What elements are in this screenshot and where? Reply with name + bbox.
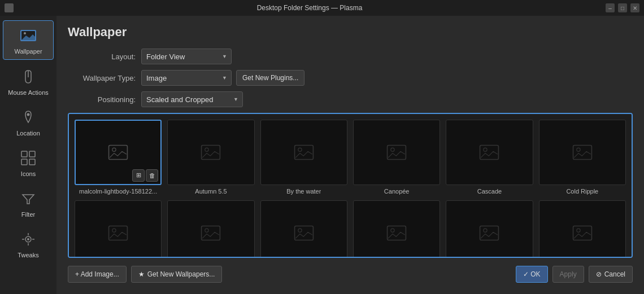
thumb-copy-btn[interactable]: ⊞ (132, 169, 145, 182)
thumb-actions: ⊞ 🗑 (132, 169, 158, 182)
sidebar-item-filter[interactable]: Filter (3, 184, 54, 222)
positioning-select[interactable]: Scaled and Cropped Scaled Centered Tiled… (141, 91, 243, 107)
wallpaper-thumb (446, 200, 533, 258)
wallpaper-thumb (167, 120, 254, 185)
wallpaper-item[interactable]: Cold Ripple (539, 120, 626, 195)
svg-point-2 (24, 32, 26, 34)
svg-rect-9 (29, 159, 35, 165)
wallpaper-item[interactable]: Cascade (446, 120, 533, 195)
svg-point-31 (205, 229, 208, 232)
svg-point-23 (391, 148, 394, 151)
sidebar-item-location[interactable]: Location (3, 103, 54, 141)
wallpaper-item[interactable]: By the water (260, 120, 347, 195)
wallpaper-type-label: Wallpaper Type: (68, 74, 136, 82)
add-image-button[interactable]: + Add Image... (68, 266, 127, 283)
svg-point-21 (298, 148, 302, 151)
bottom-bar: + Add Image... ★ Get New Wallpapers... ✓… (68, 262, 633, 285)
wallpaper-item[interactable]: Grey (539, 200, 626, 258)
get-new-wallpapers-button[interactable]: ★ Get New Wallpapers... (131, 266, 223, 283)
wallpaper-name: Cold Ripple (566, 188, 598, 195)
wallpaper-item[interactable]: ⊞ 🗑 malcolm-lightbody-158122... (75, 120, 162, 195)
svg-rect-18 (202, 145, 220, 159)
svg-rect-30 (202, 226, 220, 240)
location-icon (18, 107, 38, 128)
titlebar-max-btn[interactable]: □ (618, 3, 627, 12)
wallpaper-thumb (260, 120, 347, 185)
wallpaper-type-select[interactable]: Image Color Slideshow (141, 70, 232, 86)
sidebar-item-icons-label: Icons (21, 170, 36, 177)
tweaks-icon (18, 229, 38, 249)
svg-rect-26 (573, 145, 591, 159)
svg-rect-16 (109, 145, 128, 159)
wallpaper-thumb: ⊞ 🗑 (75, 120, 162, 185)
cancel-icon: ⊘ (596, 270, 602, 278)
mouse-icon (18, 67, 38, 87)
thumb-icon-wrapper (108, 144, 128, 161)
wallpaper-icon (18, 25, 38, 46)
wallpaper-thumb (446, 120, 533, 185)
wallpaper-thumb (260, 200, 347, 258)
layout-row: Layout: Folder View Desktop Panel (68, 49, 633, 64)
titlebar: Desktop Folder Settings — Plasma – □ ✕ (0, 0, 644, 16)
get-plugins-button[interactable]: Get New Plugins... (236, 70, 304, 86)
svg-point-25 (484, 148, 487, 151)
titlebar-controls: – □ ✕ (606, 3, 639, 12)
svg-rect-8 (21, 159, 27, 165)
wallpaper-item[interactable]: Canopée (353, 120, 440, 195)
layout-select[interactable]: Folder View Desktop Panel (141, 49, 232, 64)
cancel-button[interactable]: ⊘ Cancel (589, 266, 633, 283)
wallpaper-grid-container[interactable]: ⊞ 🗑 malcolm-lightbody-158122... Autumn 5… (68, 113, 633, 258)
wallpaper-name: By the water (286, 188, 321, 195)
titlebar-close-btn[interactable]: ✕ (630, 3, 639, 12)
filter-icon (18, 188, 38, 209)
titlebar-app-icon (5, 3, 14, 12)
positioning-label: Positioning: (68, 95, 136, 104)
wallpaper-type-select-wrapper: Image Color Slideshow (141, 70, 232, 86)
wallpaper-thumb (353, 200, 440, 258)
sidebar-item-icons[interactable]: Icons (3, 143, 54, 182)
svg-rect-22 (388, 145, 406, 159)
wallpaper-item[interactable]: Evening Glow (260, 200, 347, 258)
wallpaper-thumb (167, 200, 254, 258)
sidebar-item-tweaks[interactable]: Tweaks (3, 225, 54, 263)
svg-rect-6 (21, 151, 27, 157)
wallpaper-item[interactable]: Autumn 5.5 (167, 120, 254, 195)
content-area: Wallpaper Layout: Folder View Desktop Pa… (56, 16, 644, 294)
titlebar-title: Desktop Folder Settings — Plasma (257, 4, 363, 12)
wallpaper-name: Autumn 5.5 (195, 188, 227, 195)
svg-point-35 (391, 229, 394, 232)
svg-rect-24 (480, 145, 499, 159)
sidebar-item-mouse-actions[interactable]: Mouse Actions (3, 62, 54, 100)
svg-point-27 (577, 148, 580, 151)
sidebar-item-wallpaper-label: Wallpaper (14, 48, 42, 55)
sidebar: Wallpaper Mouse Actions Location (0, 16, 56, 294)
apply-button[interactable]: Apply (552, 266, 584, 283)
svg-point-39 (577, 229, 580, 232)
svg-rect-36 (480, 226, 499, 240)
wallpaper-name: malcolm-lightbody-158122... (79, 188, 157, 195)
svg-rect-20 (294, 145, 313, 159)
titlebar-min-btn[interactable]: – (606, 3, 615, 12)
svg-rect-28 (109, 226, 128, 240)
svg-rect-34 (388, 226, 406, 240)
wallpaper-item[interactable]: Fallen Leaf (353, 200, 440, 258)
sidebar-item-wallpaper[interactable]: Wallpaper (3, 20, 54, 60)
svg-point-37 (484, 229, 487, 232)
wallpaper-item[interactable]: Colorful Cups (75, 200, 162, 258)
wallpaper-item[interactable]: Darkest Hour (167, 200, 254, 258)
sidebar-item-location-label: Location (16, 130, 40, 137)
layout-label: Layout: (68, 52, 136, 61)
sidebar-item-tweaks-label: Tweaks (18, 252, 38, 258)
sidebar-item-filter-label: Filter (21, 211, 35, 218)
svg-rect-7 (29, 151, 35, 157)
svg-rect-38 (573, 226, 591, 240)
bottom-left-actions: + Add Image... ★ Get New Wallpapers... (68, 266, 222, 283)
page-title: Wallpaper (68, 25, 633, 40)
icons-icon (18, 148, 38, 168)
wallpaper-name: Cascade (477, 188, 502, 195)
star-icon: ★ (138, 270, 145, 278)
wallpaper-item[interactable]: Flying Konqui (446, 200, 533, 258)
ok-button[interactable]: ✓ OK (516, 266, 548, 283)
thumb-delete-btn[interactable]: 🗑 (146, 169, 158, 182)
positioning-select-wrapper: Scaled and Cropped Scaled Centered Tiled… (141, 91, 243, 107)
